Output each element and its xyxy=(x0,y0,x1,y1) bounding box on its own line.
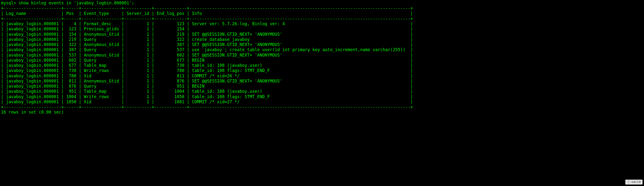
table-border-mid: +-----------------------+------+--------… xyxy=(1,16,643,21)
table-row: | javaboy_logbin.000001 | 602 | Query | … xyxy=(1,58,643,63)
table-border-top: +-----------------------+------+--------… xyxy=(1,6,643,11)
binlog-events-table: +-----------------------+------+--------… xyxy=(1,6,643,110)
mysql-prompt: mysql> show binlog events in 'javaboy_lo… xyxy=(1,0,643,6)
table-row: | javaboy_logbin.000001 | 1050 | Xid | 1… xyxy=(1,99,643,104)
table-row: | javaboy_logbin.000001 | 4 | Format_des… xyxy=(1,21,643,26)
table-row: | javaboy_logbin.000001 | 154 | Anonymou… xyxy=(1,32,643,37)
table-row: | javaboy_logbin.000001 | 730 | Write_ro… xyxy=(1,68,643,73)
watermark-icon: ✕ xyxy=(627,180,630,184)
table-row: | javaboy_logbin.000001 | 677 | Table_ma… xyxy=(1,63,643,68)
prompt-command: show binlog events in 'javaboy_logbin.00… xyxy=(16,0,134,5)
table-border-bottom: +-----------------------+------+--------… xyxy=(1,104,643,110)
table-row: | javaboy_logbin.000001 | 123 | Previous… xyxy=(1,26,643,32)
table-header-row: | Log_name | Pos | Event_type | Server_i… xyxy=(1,11,643,16)
table-row: | javaboy_logbin.000001 | 387 | Query | … xyxy=(1,47,643,52)
table-row: | javaboy_logbin.000001 | 811 | Anonymou… xyxy=(1,79,643,84)
prompt-ps1: mysql> xyxy=(1,0,16,5)
table-row: | javaboy_logbin.000001 | 876 | Query | … xyxy=(1,84,643,89)
table-row: | javaboy_logbin.000001 | 219 | Query | … xyxy=(1,37,643,42)
watermark: ✕ 创新互联 xyxy=(625,180,642,185)
table-row: | javaboy_logbin.000001 | 537 | Anonymou… xyxy=(1,53,643,58)
table-row: | javaboy_logbin.000001 | 951 | Table_ma… xyxy=(1,89,643,94)
table-row: | javaboy_logbin.000001 | 780 | Xid | 1 … xyxy=(1,73,643,79)
watermark-text: 创新互联 xyxy=(631,181,641,184)
table-row: | javaboy_logbin.000001 | 1004 | Write_r… xyxy=(1,94,643,99)
table-row: | javaboy_logbin.000001 | 322 | Anonymou… xyxy=(1,42,643,47)
result-footer: 16 rows in set (0.00 sec) xyxy=(1,110,643,115)
